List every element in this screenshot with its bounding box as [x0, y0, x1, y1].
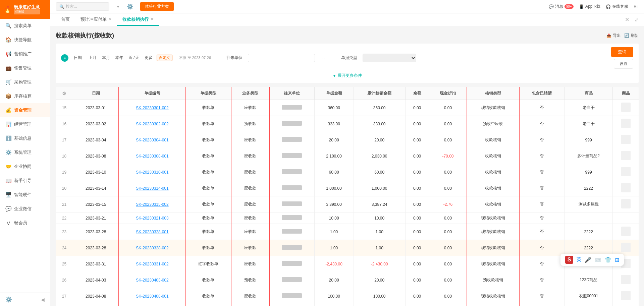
table-row: 27 2023-04-08 SK-20230408-001 收款单 应收款 10… [56, 288, 639, 304]
sidebar-item-search[interactable]: 🔍搜索菜单 [0, 19, 50, 33]
sidebar-item-wechat[interactable]: 💬企业微信 [0, 202, 50, 216]
topbar-user[interactable]: Rit [634, 4, 639, 9]
row-partner [269, 180, 314, 196]
row-include-settled: 否 [519, 304, 564, 306]
date-option-last-month[interactable]: 上月 [87, 54, 98, 61]
sidebar-item-guide[interactable]: 📖新手引导 [0, 174, 50, 188]
grid-icon[interactable]: ⊞ [615, 257, 619, 263]
brand-s-icon[interactable]: S [565, 256, 573, 264]
row-balance: 0.00 [405, 304, 429, 306]
english-mode-icon[interactable]: 英 [577, 257, 581, 263]
row-date: 2023-03-31 [73, 256, 119, 272]
sidebar-item-sales[interactable]: 💼销售管理 [0, 61, 50, 75]
sidebar-settings-icon[interactable]: ⚙️ [5, 296, 12, 303]
sidebar-item-quicknav[interactable]: 🏠快捷导航 [0, 33, 50, 47]
date-custom-button[interactable]: 自定义 [157, 55, 172, 61]
query-button[interactable]: 查询 [611, 47, 633, 57]
mic-icon[interactable]: 🎤 [585, 257, 591, 263]
row-voucher-no[interactable]: SK-20230408-001 [119, 288, 186, 304]
tab-close-receipt[interactable]: ✕ [151, 17, 154, 21]
date-label: 日期 [74, 55, 82, 61]
tab-receipt[interactable]: 收款核销执行 ✕ [117, 14, 159, 26]
tab-close-payable[interactable]: ✕ [109, 17, 112, 21]
sidebar-collapse-icon[interactable]: ◀ [41, 297, 45, 302]
row-amount: 100.00 [314, 288, 354, 304]
row-amount: 60.00 [314, 164, 354, 180]
sidebar-item-purchase[interactable]: 🛒采购管理 [0, 75, 50, 89]
date-option-this-month[interactable]: 本月 [101, 54, 111, 61]
row-voucher-no[interactable]: SK-20230302-002 [119, 116, 186, 132]
row-voucher-no[interactable]: SK-20230328-001 [119, 224, 186, 240]
date-option-7days[interactable]: 近7天 [127, 54, 141, 61]
row-writeoff-type: 现结收款核销 [467, 288, 519, 304]
search-placeholder: 搜索... [66, 4, 77, 9]
table-row: 22 2023-03-21 SK-20230321-003 收款单 应收款 10… [56, 212, 639, 224]
row-product-img [613, 164, 639, 180]
row-voucher-no[interactable]: SK-20230308-001 [119, 148, 186, 164]
col-settings[interactable]: ⚙ [56, 87, 73, 100]
refresh-button[interactable]: 🔄 刷新 [624, 33, 639, 39]
export-button[interactable]: 📤 导出 [606, 33, 621, 39]
row-cash-discount: 0.00 [429, 132, 467, 148]
sidebar-item-member[interactable]: V畅会员 [0, 216, 50, 230]
col-partner: 往来单位 [269, 87, 314, 100]
col-voucher-type: 单据类型 [186, 87, 231, 100]
sidebar-item-basic[interactable]: ℹ️基础信息 [0, 131, 50, 145]
filter-toggle-button[interactable]: » [61, 54, 68, 62]
topbar-gear-icon[interactable]: ⚙️ [127, 3, 133, 10]
close-window-icon[interactable]: ✕ [625, 16, 629, 23]
row-voucher-no[interactable]: SK-20230310-001 [119, 164, 186, 180]
sidebar-item-label: 搜索菜单 [14, 23, 32, 29]
sidebar-item-inventory[interactable]: 📦库存核算 [0, 89, 50, 103]
sidebar-item-hardware[interactable]: 🖥️智能硬件 [0, 188, 50, 202]
refresh-label: 刷新 [631, 33, 639, 39]
date-option-more[interactable]: 更多 [143, 54, 154, 61]
row-partner [269, 100, 314, 116]
row-voucher-no[interactable]: SK-20230315-002 [119, 196, 186, 212]
row-voucher-no[interactable]: SK-20230304-001 [119, 132, 186, 148]
row-amount: 1.00 [314, 240, 354, 256]
row-voucher-no[interactable]: SK-20230328-002 [119, 240, 186, 256]
row-voucher-no[interactable]: SK-20230321-003 [119, 212, 186, 224]
topbar-chevron-icon[interactable]: ▼ [116, 4, 120, 9]
solution-button[interactable]: 体验行业方案 [140, 2, 174, 11]
sidebar-item-corp[interactable]: 🤝企业协同 [0, 160, 50, 174]
topbar-search[interactable]: 🔍 搜索... [56, 2, 109, 11]
topbar-notifications[interactable]: 💬 消息 99+ [549, 4, 574, 9]
tab-home[interactable]: 首页 [56, 14, 75, 26]
row-voucher-no[interactable]: SK-20230301-002 [119, 100, 186, 116]
row-no: 21 [56, 196, 73, 212]
row-voucher-no[interactable]: SK-20230418-001 [119, 304, 186, 306]
voucher-type-select[interactable] [363, 54, 416, 62]
row-amount: 1.00 [314, 224, 354, 240]
row-voucher-no[interactable]: SK-20230403-002 [119, 272, 186, 288]
settings-button[interactable]: 设置 [614, 59, 633, 69]
date-option-this-year[interactable]: 本年 [114, 54, 125, 61]
tabs-bar: 首页预计冲应付单 ✕收款核销执行 ✕ ✕ ⤢ [50, 13, 644, 26]
tab-payable[interactable]: 预计冲应付单 ✕ [75, 14, 117, 26]
expand-window-icon[interactable]: ⤢ [635, 17, 639, 22]
row-writeoff-type: 预收中应收 [467, 116, 519, 132]
page-header: 收款核销执行(按收款) 📤 导出 🔄 刷新 [56, 32, 639, 40]
sidebar-item-label: 畅会员 [14, 220, 27, 226]
row-writeoff-type: 现结收款核销 [467, 240, 519, 256]
keyboard-icon[interactable]: ⌨️ [595, 257, 601, 263]
shirt-icon[interactable]: 👕 [605, 257, 611, 263]
filter-expand-row[interactable]: ▼ 展开更多条件 [61, 71, 633, 80]
col-writeoff-type: 核销类型 [467, 87, 519, 100]
row-voucher-no[interactable]: SK-20230314-001 [119, 180, 186, 196]
topbar-app-download[interactable]: 📱 App下载 [579, 4, 600, 9]
sidebar-item-operations[interactable]: 📊经营管理 [0, 117, 50, 131]
row-no: 20 [56, 180, 73, 196]
chevron-down-icon: ▼ [332, 73, 336, 78]
filter-more-icon[interactable]: ... [320, 56, 326, 60]
row-no: 23 [56, 224, 73, 240]
row-voucher-no[interactable]: SK-20230331-002 [119, 256, 186, 272]
sidebar-item-marketing[interactable]: 📢营销推广 [0, 47, 50, 61]
row-cumulative: 20.00 [354, 132, 405, 148]
sidebar-item-finance[interactable]: 💰资金管理 [0, 103, 50, 117]
sidebar-item-system[interactable]: ⚙️系统管理 [0, 145, 50, 160]
row-biz-type: 应收款 [231, 212, 269, 224]
partner-input[interactable] [248, 54, 315, 62]
topbar-online-support[interactable]: 🎧 在线客服 [606, 4, 628, 9]
